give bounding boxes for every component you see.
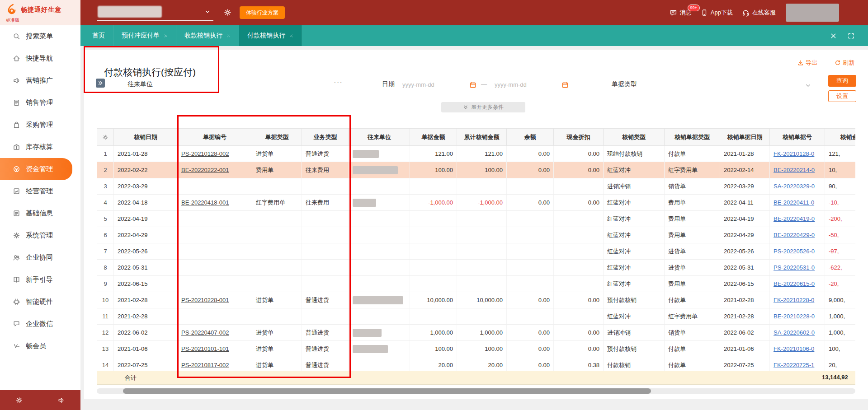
cell-verify-date: 2022-02-22 [114, 162, 178, 178]
sidebar-item-13[interactable]: 企业微信 [0, 313, 80, 335]
writeoff-doc-no-link[interactable]: BE-20220214-0 [774, 167, 815, 173]
table-row-10[interactable]: 102021-02-28PS-20210228-001进货单普通进货10,000… [97, 292, 856, 308]
tab-1[interactable]: 预付冲应付单 [113, 25, 176, 46]
close-icon[interactable] [289, 34, 293, 38]
writeoff-doc-no-link[interactable]: SA-20220602-0 [774, 329, 815, 336]
sidebar-item-14[interactable]: 畅会员 [0, 335, 80, 357]
partner-picker-button[interactable]: ··· [334, 78, 343, 87]
writeoff-doc-no-link[interactable]: FK-20210106-0 [774, 345, 814, 352]
doc-no-link[interactable]: PS-20210228-001 [181, 297, 229, 303]
refresh-button[interactable]: 刷新 [835, 59, 854, 67]
calendar-icon[interactable] [469, 81, 476, 89]
sidebar-item-6[interactable]: 资金管理 [0, 158, 72, 180]
table-row-12[interactable]: 122022-06-02PS-20220407-002进货单普通进货1,000.… [97, 325, 856, 341]
cell-writeoff-amount: 100, [825, 341, 856, 357]
cell-balance [507, 308, 554, 325]
sidebar-item-2[interactable]: 营销推广 [0, 70, 80, 92]
cell-writeoff-type: 红蓝对冲 [604, 195, 665, 211]
expand-more-conditions-button[interactable]: 展开更多条件 [441, 102, 525, 112]
doc-no-link[interactable]: BE-20220222-001 [181, 167, 229, 173]
horizontal-scrollbar-thumb[interactable] [123, 388, 651, 394]
gear-icon[interactable] [223, 8, 232, 17]
cell-doc-no [178, 260, 252, 276]
expand-filters-icon[interactable] [96, 79, 105, 88]
sidebar-item-4[interactable]: 采购管理 [0, 114, 80, 136]
tabbar: 首页预付冲应付单收款核销执行付款核销执行 [80, 25, 868, 46]
sidebar-item-5[interactable]: 库存核算 [0, 136, 80, 158]
settings-gear-icon[interactable] [15, 396, 23, 404]
doc-no-link[interactable]: PS-20210817-002 [181, 362, 229, 368]
table-row-1[interactable]: 12021-01-28PS-20210128-002进货单普通进货121.001… [97, 146, 856, 162]
table-row-6[interactable]: 62022-04-29红蓝对冲费用单2022-04-29BE-20220429-… [97, 227, 856, 243]
close-icon[interactable] [226, 34, 231, 38]
writeoff-doc-no-link[interactable]: BE-20210228-0 [774, 313, 815, 320]
writeoff-doc-no-link[interactable]: BE-20220419-0 [774, 215, 815, 222]
table-row-5[interactable]: 52022-04-19红蓝对冲费用单2022-04-19BE-20220419-… [97, 211, 856, 227]
tab-2[interactable]: 收款核销执行 [176, 25, 239, 46]
doc-no-link[interactable]: PS-20220407-002 [181, 329, 229, 336]
column-header-0[interactable] [97, 129, 114, 146]
table-row-8[interactable]: 82022-05-31红蓝对冲进货单2022-05-31PS-20220531-… [97, 260, 856, 276]
date-from-input[interactable]: yyyy-mm-dd [401, 79, 476, 91]
sidebar-item-9[interactable]: 系统管理 [0, 224, 80, 247]
fullscreen-icon[interactable] [848, 33, 854, 39]
search-button[interactable]: 查询 [828, 75, 856, 87]
sidebar-item-0[interactable]: 搜索菜单 [0, 25, 80, 47]
cell-partner [349, 292, 410, 308]
gear-icon[interactable] [102, 134, 108, 140]
doc-no-link[interactable]: BE-20220418-001 [181, 199, 229, 206]
close-all-tabs-icon[interactable] [830, 33, 837, 39]
writeoff-doc-no-link[interactable]: BE-20220411-0 [774, 199, 814, 206]
close-icon[interactable] [164, 34, 168, 38]
cell-writeoff-doc-type: 红字费用单 [665, 162, 720, 178]
cell-rownum: 1 [97, 146, 114, 162]
industry-solution-button[interactable]: 体验行业方案 [240, 6, 285, 19]
cell-doc-no [178, 308, 252, 325]
cell-cash-discount [554, 260, 604, 276]
sidebar-item-10[interactable]: 企业协同 [0, 247, 80, 269]
writeoff-doc-no-link[interactable]: FK-20220725-1 [774, 362, 814, 368]
cell-cash-discount [554, 178, 604, 195]
table-row-9[interactable]: 92022-06-15红蓝对冲费用单2022-06-15BE-20220615-… [97, 276, 856, 292]
table-row-3[interactable]: 32022-03-29进销冲销销货单2022-03-29SA-20220329-… [97, 178, 856, 195]
doc-type-select[interactable] [612, 91, 814, 91]
sidebar-item-8[interactable]: 基础信息 [0, 202, 80, 224]
writeoff-doc-no-link[interactable]: BE-20220429-0 [774, 232, 815, 238]
table-row-13[interactable]: 132021-01-06PS-20210101-101进货单普通进货100.00… [97, 341, 856, 357]
calendar-icon[interactable] [561, 81, 569, 89]
brand-logo-icon [5, 3, 18, 16]
writeoff-doc-no-link[interactable]: SA-20220329-0 [774, 183, 815, 190]
export-button[interactable]: 导出 [797, 59, 817, 67]
writeoff-doc-no-link[interactable]: BE-20220615-0 [774, 280, 815, 287]
sidebar-item-11[interactable]: 新手引导 [0, 269, 80, 291]
sidebar-item-7[interactable]: 经营管理 [0, 180, 80, 202]
writeoff-doc-no-link[interactable]: PS-20220531-0 [774, 264, 815, 271]
table-row-11[interactable]: 112021-02-28红蓝对冲红字费用单2021-02-28BE-202102… [97, 308, 856, 325]
cell-biz-type: 往来费用 [302, 195, 349, 211]
sidebar-item-1[interactable]: 快捷导航 [0, 47, 80, 70]
tab-3[interactable]: 付款核销执行 [239, 25, 302, 46]
doc-no-link[interactable]: PS-20210128-002 [181, 150, 229, 157]
settings-button[interactable]: 设置 [828, 90, 856, 102]
cell-writeoff-amount: 121, [825, 146, 856, 162]
writeoff-doc-no-link[interactable]: FK-20210128-0 [774, 150, 814, 157]
table-row-4[interactable]: 42022-04-18BE-20220418-001红字费用单往来费用-1,00… [97, 195, 856, 211]
tab-0[interactable]: 首页 [84, 25, 113, 46]
speaker-icon[interactable] [57, 396, 65, 404]
table-row-7[interactable]: 72022-05-26红蓝对冲进货单2022-05-26PS-20220526-… [97, 243, 856, 260]
sidebar-item-3[interactable]: 销售管理 [0, 92, 80, 114]
writeoff-doc-no-link[interactable]: FK-20210228-0 [774, 297, 814, 303]
chevron-down-icon[interactable] [805, 82, 811, 89]
horizontal-scrollbar[interactable] [97, 388, 855, 394]
messages-button[interactable]: 99+ 消息 [670, 9, 692, 17]
partner-filter-input[interactable] [127, 91, 330, 91]
app-download-button[interactable]: App下载 [701, 9, 733, 17]
writeoff-doc-no-link[interactable]: PS-20220526-0 [774, 248, 815, 255]
date-to-input[interactable]: yyyy-mm-dd [493, 79, 569, 91]
table-row-2[interactable]: 22022-02-22BE-20220222-001费用单往来费用100.001… [97, 162, 856, 178]
sidebar-item-12[interactable]: 智能硬件 [0, 291, 80, 313]
organization-select[interactable] [97, 5, 213, 21]
app-download-label: App下载 [711, 9, 733, 17]
online-service-button[interactable]: 在线客服 [742, 9, 776, 17]
doc-no-link[interactable]: PS-20210101-101 [181, 345, 229, 352]
